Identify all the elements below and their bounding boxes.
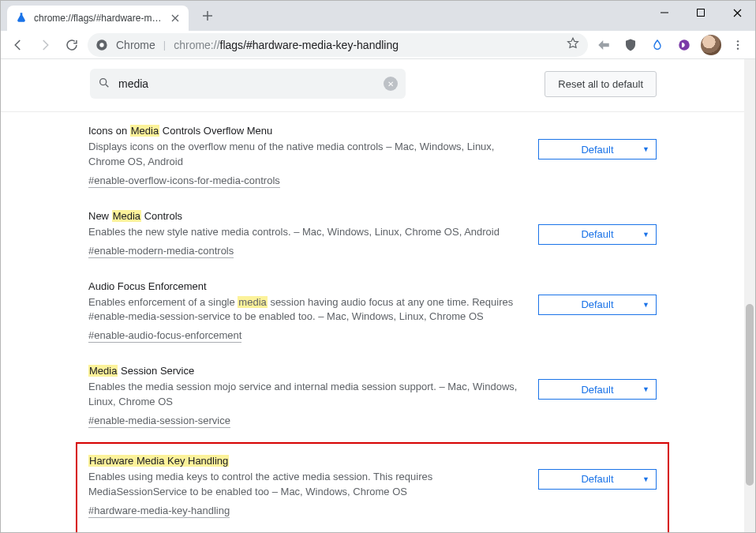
- ublock-icon[interactable]: [619, 34, 642, 56]
- flag-title: Media Session Service: [88, 365, 522, 377]
- menu-button[interactable]: [727, 34, 749, 56]
- flag-select[interactable]: Default: [538, 139, 657, 160]
- flag-anchor-link[interactable]: #enable-modern-media-controls: [88, 245, 234, 258]
- flag-row: Media Session Service Enables the media …: [88, 352, 657, 437]
- flag-anchor-link[interactable]: #hardware-media-key-handling: [88, 505, 230, 518]
- profile-avatar[interactable]: [700, 34, 722, 56]
- search-icon: [98, 77, 110, 92]
- svg-rect-0: [698, 9, 705, 17]
- back-button[interactable]: [7, 34, 29, 56]
- flag-description: Enables enforcement of a single media se…: [88, 295, 522, 325]
- chrome-icon: [95, 39, 108, 51]
- flags-header: ✕ Reset all to default: [1, 59, 744, 112]
- flag-title: Hardware Media Key Handling: [88, 455, 522, 467]
- window-controls: [646, 1, 755, 24]
- flag-description: Displays icons on the overflow menu of t…: [88, 140, 522, 170]
- flag-anchor-link[interactable]: #enable-audio-focus-enforcement: [88, 329, 241, 343]
- titlebar: chrome://flags/#hardware-media: [1, 1, 755, 31]
- search-input[interactable]: [118, 77, 376, 90]
- flag-select[interactable]: Default: [538, 379, 657, 400]
- flag-description: Enables the media session mojo service a…: [88, 380, 522, 410]
- svg-point-7: [100, 78, 107, 84]
- browser-tab[interactable]: chrome://flags/#hardware-media: [7, 6, 189, 31]
- minimize-button[interactable]: [646, 1, 683, 24]
- maximize-button[interactable]: [683, 1, 719, 24]
- flag-title: New Media Controls: [88, 210, 522, 222]
- omnibox-url: chrome://flags/#hardware-media-key-handl…: [174, 39, 399, 51]
- svg-point-2: [99, 43, 103, 47]
- extension-round-icon[interactable]: [673, 34, 695, 56]
- tab-title: chrome://flags/#hardware-media: [34, 13, 163, 24]
- flag-row: Audio Focus Enforcement Enables enforcem…: [88, 268, 657, 353]
- scrollbar[interactable]: [744, 59, 755, 532]
- close-icon[interactable]: [170, 13, 181, 24]
- scroll-thumb[interactable]: [746, 304, 754, 486]
- flask-icon: [15, 12, 28, 24]
- reload-button[interactable]: [61, 34, 83, 56]
- browser-window: chrome://flags/#hardware-media Chrome | …: [0, 0, 756, 533]
- omnibox-scheme-label: Chrome: [116, 39, 155, 51]
- flag-description: Enables the new style native media contr…: [88, 225, 522, 240]
- bookmark-star-icon[interactable]: [566, 36, 580, 53]
- flag-row: Icons on Media Controls Overflow Menu Di…: [88, 112, 657, 197]
- svg-point-6: [737, 47, 739, 49]
- svg-point-4: [737, 40, 739, 42]
- close-button[interactable]: [719, 1, 755, 24]
- new-tab-button[interactable]: [196, 5, 219, 27]
- flag-row: New Media Controls Enables the new style…: [88, 197, 657, 268]
- flag-title: Icons on Media Controls Overflow Menu: [88, 125, 522, 137]
- flag-anchor-link[interactable]: #enable-media-session-service: [88, 415, 230, 428]
- extension-icon[interactable]: [593, 34, 615, 56]
- flag-select[interactable]: Default: [538, 295, 657, 315]
- flag-row: Hardware Media Key Handling Enables usin…: [88, 450, 657, 527]
- address-bar[interactable]: Chrome | chrome://flags/#hardware-media-…: [88, 33, 588, 57]
- svg-point-5: [737, 43, 739, 45]
- clear-search-icon[interactable]: ✕: [384, 77, 398, 91]
- flags-search[interactable]: ✕: [90, 69, 406, 99]
- flag-title: Audio Focus Enforcement: [88, 280, 522, 292]
- flag-anchor-link[interactable]: #enable-overflow-icons-for-media-control…: [88, 175, 280, 188]
- forward-button[interactable]: [34, 34, 56, 56]
- drop-icon[interactable]: [646, 34, 668, 56]
- toolbar: Chrome | chrome://flags/#hardware-media-…: [1, 31, 755, 59]
- highlighted-flag: Hardware Media Key Handling Enables usin…: [76, 442, 669, 532]
- flag-select[interactable]: Default: [538, 469, 657, 490]
- flags-list: Icons on Media Controls Overflow Menu Di…: [88, 112, 657, 532]
- flag-description: Enables using media keys to control the …: [88, 470, 522, 500]
- flag-select[interactable]: Default: [538, 224, 657, 245]
- page-viewport: ✕ Reset all to default Icons on Media Co…: [1, 59, 755, 532]
- reset-all-button[interactable]: Reset all to default: [545, 71, 657, 97]
